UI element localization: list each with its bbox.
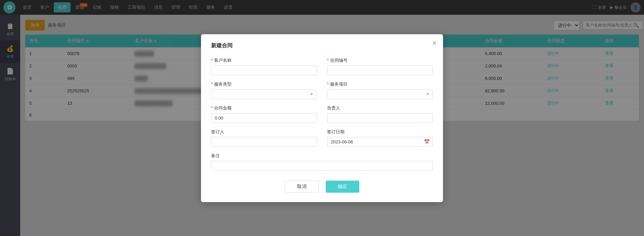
modal-dialog: 新建合同 ✕ 客户名称 合同编号 服务类型 ▼ 服务项目 (201, 34, 443, 202)
cancel-button[interactable]: 取消 (285, 181, 319, 193)
contract-no-field: 合同编号 (327, 57, 433, 75)
contract-no-label: 合同编号 (327, 57, 433, 63)
service-type-field: 服务类型 ▼ (211, 81, 317, 99)
form-grid: 客户名称 合同编号 服务类型 ▼ 服务项目 ▼ (211, 57, 433, 171)
customer-name-field: 客户名称 (211, 57, 317, 75)
service-item-select-wrap: ▼ (327, 89, 433, 99)
confirm-button[interactable]: 确定 (326, 181, 359, 193)
service-type-select-wrap: ▼ (211, 89, 317, 99)
amount-label: 合同金额 (211, 105, 317, 111)
responsible-input[interactable] (327, 113, 433, 123)
customer-name-label: 客户名称 (211, 57, 317, 63)
customer-name-input[interactable] (211, 65, 317, 75)
sign-date-field: 签订日期 📅 (327, 129, 433, 147)
modal-overlay: 新建合同 ✕ 客户名称 合同编号 服务类型 ▼ 服务项目 (0, 0, 644, 236)
note-field: 备注 (211, 153, 433, 171)
modal-title: 新建合同 (211, 42, 433, 49)
signer-input[interactable] (211, 137, 317, 147)
amount-input[interactable] (211, 113, 317, 123)
service-item-select[interactable] (327, 89, 433, 99)
note-label: 备注 (211, 153, 433, 159)
amount-field: 合同金额 (211, 105, 317, 123)
service-item-field: 服务项目 ▼ (327, 81, 433, 99)
sign-date-label: 签订日期 (327, 129, 433, 135)
signer-field: 签订人 (211, 129, 317, 147)
contract-no-input[interactable] (327, 65, 433, 75)
service-item-label: 服务项目 (327, 81, 433, 87)
modal-close-button[interactable]: ✕ (432, 40, 437, 47)
sign-date-wrap: 📅 (327, 137, 433, 147)
signer-label: 签订人 (211, 129, 317, 135)
service-type-label: 服务类型 (211, 81, 317, 87)
note-input[interactable] (211, 161, 433, 171)
modal-footer: 取消 确定 (211, 181, 433, 193)
responsible-field: 负责人 (327, 105, 433, 123)
service-type-select[interactable] (211, 89, 317, 99)
sign-date-input[interactable] (327, 137, 433, 147)
responsible-label: 负责人 (327, 105, 433, 111)
